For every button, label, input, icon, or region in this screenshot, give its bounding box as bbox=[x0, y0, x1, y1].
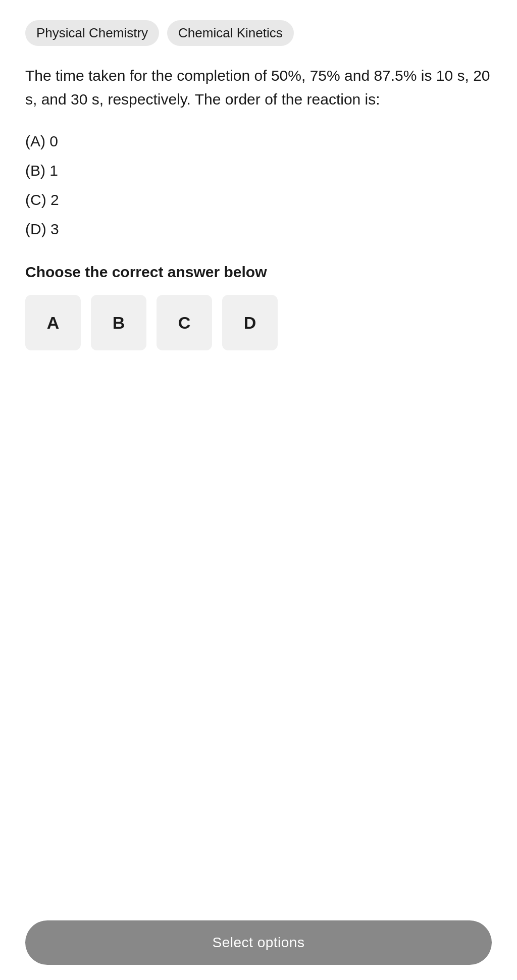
question-text: The time taken for the completion of 50%… bbox=[25, 64, 492, 111]
tag-chemical-kinetics: Chemical Kinetics bbox=[167, 20, 294, 46]
option-c: (C) 2 bbox=[25, 188, 492, 212]
page-container: Physical Chemistry Chemical Kinetics The… bbox=[0, 0, 517, 980]
options-list: (A) 0 (B) 1 (C) 2 (D) 3 bbox=[25, 129, 492, 241]
answer-button-b[interactable]: B bbox=[91, 295, 146, 350]
select-options-button[interactable]: Select options bbox=[25, 920, 492, 965]
option-a: (A) 0 bbox=[25, 129, 492, 153]
bottom-bar: Select options bbox=[0, 910, 517, 980]
tag-physical-chemistry: Physical Chemistry bbox=[25, 20, 159, 46]
option-b: (B) 1 bbox=[25, 159, 492, 183]
option-d: (D) 3 bbox=[25, 217, 492, 241]
answer-buttons: A B C D bbox=[25, 295, 492, 350]
answer-button-a[interactable]: A bbox=[25, 295, 81, 350]
choose-label: Choose the correct answer below bbox=[25, 264, 492, 281]
answer-button-c[interactable]: C bbox=[157, 295, 212, 350]
tags-row: Physical Chemistry Chemical Kinetics bbox=[25, 20, 492, 46]
answer-button-d[interactable]: D bbox=[222, 295, 278, 350]
